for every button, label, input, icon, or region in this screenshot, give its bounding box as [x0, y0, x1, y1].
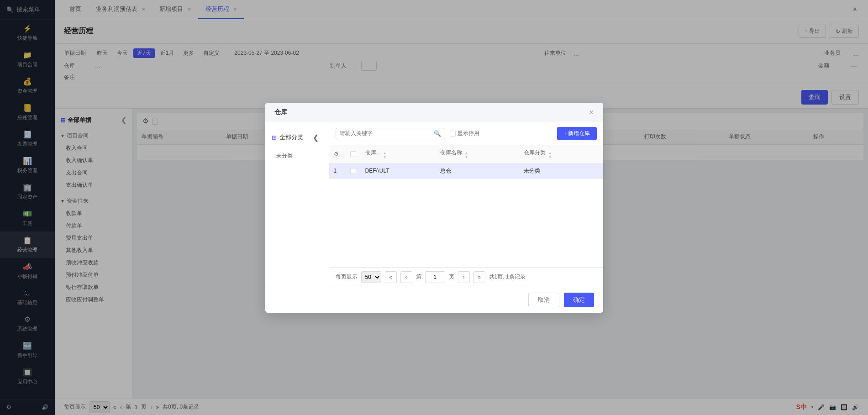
modal-next-btn[interactable]: › — [458, 271, 470, 283]
modal-first-btn[interactable]: « — [385, 271, 397, 283]
modal-page-label: 第 — [416, 273, 421, 281]
modal-sub-未分类[interactable]: 未分类 — [265, 149, 329, 163]
col-category[interactable]: 仓库分类 — [519, 145, 603, 163]
col-name[interactable]: 仓库名称 — [436, 145, 519, 163]
modal-page-label2: 页 — [449, 273, 454, 281]
modal-page-size-label: 每页显示 — [336, 273, 358, 281]
warehouse-modal: 仓库 × ⊞ 全部分类 ❮ 未分类 🔍 — [265, 103, 603, 313]
col-code[interactable]: 仓库... — [361, 145, 436, 163]
modal-right-panel: 🔍 显示停用 + 新增仓库 ⚙ 仓库... — [329, 122, 603, 287]
table-row[interactable]: 1 DEFAULT 总仓 未分类 — [329, 163, 603, 179]
modal-total: 共1页, 1条记录 — [489, 273, 526, 281]
cancel-button[interactable]: 取消 — [528, 293, 559, 307]
modal-all-category[interactable]: ⊞ 全部分类 ❮ — [265, 126, 329, 149]
row-category: 未分类 — [519, 163, 603, 179]
col-check[interactable] — [346, 145, 361, 163]
modal-overlay: 仓库 × ⊞ 全部分类 ❮ 未分类 🔍 — [0, 0, 868, 415]
modal-table: ⚙ 仓库... 仓库名称 仓库分类 1 DEFAULT — [329, 145, 603, 179]
modal-close-btn[interactable]: × — [589, 108, 594, 116]
modal-body: ⊞ 全部分类 ❮ 未分类 🔍 显示停用 — [265, 122, 603, 287]
row-code: DEFAULT — [361, 163, 436, 179]
modal-last-btn[interactable]: » — [473, 271, 485, 283]
select-all-checkbox[interactable] — [350, 151, 356, 157]
modal-all-label: 全部分类 — [279, 133, 303, 142]
modal-search-input[interactable] — [340, 130, 431, 137]
add-warehouse-btn[interactable]: + 新增仓库 — [557, 127, 596, 140]
modal-prev-btn[interactable]: ‹ — [400, 271, 412, 283]
show-disabled-checkbox[interactable] — [450, 131, 456, 137]
col-gear[interactable]: ⚙ — [329, 145, 346, 163]
modal-title: 仓库 — [274, 108, 287, 116]
modal-header: 仓库 × — [265, 103, 603, 122]
modal-page-size-select[interactable]: 50 — [361, 271, 381, 283]
show-disabled-text: 显示停用 — [458, 130, 479, 137]
modal-toolbar: 🔍 显示停用 + 新增仓库 — [329, 122, 603, 145]
row-name: 总仓 — [436, 163, 519, 179]
modal-search-box[interactable]: 🔍 — [336, 128, 445, 139]
modal-collapse-btn[interactable]: ❮ — [309, 130, 322, 146]
modal-footer: 取消 确定 — [265, 287, 603, 313]
modal-grid-icon: ⊞ — [272, 134, 277, 141]
show-disabled-label[interactable]: 显示停用 — [450, 130, 479, 137]
row-check[interactable] — [346, 163, 361, 179]
modal-left-panel: ⊞ 全部分类 ❮ 未分类 — [265, 122, 329, 287]
modal-left-subs: 未分类 — [265, 149, 329, 163]
gear-icon: ⚙ — [334, 151, 339, 157]
modal-table-wrapper: ⚙ 仓库... 仓库名称 仓库分类 1 DEFAULT — [329, 145, 603, 267]
modal-page-input[interactable] — [425, 271, 445, 283]
modal-pagination: 每页显示 50 « ‹ 第 页 › » 共1页, 1条记录 — [329, 267, 603, 287]
row-num: 1 — [329, 163, 346, 179]
confirm-button[interactable]: 确定 — [564, 293, 594, 307]
search-icon: 🔍 — [434, 130, 441, 137]
